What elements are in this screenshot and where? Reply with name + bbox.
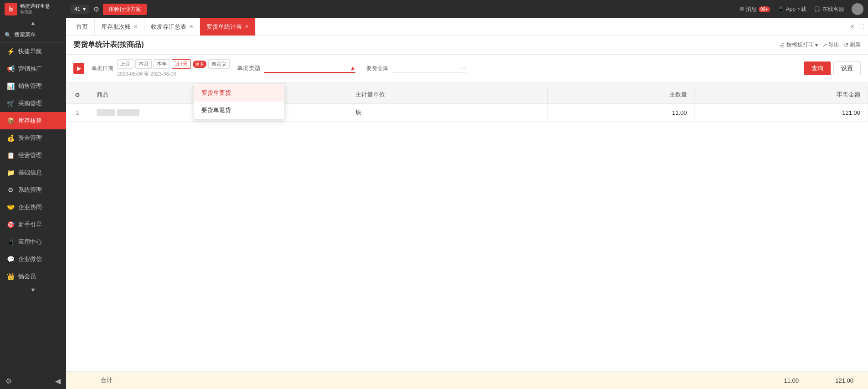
warehouse-more-icon[interactable]: ··· <box>460 65 466 72</box>
print-label: 按模板打印 <box>786 41 814 49</box>
settings-button[interactable]: 设置 <box>833 61 861 75</box>
expand-tabs-icon[interactable]: ⛶ <box>858 23 864 30</box>
messages-button[interactable]: ✉ 消息 99+ <box>740 5 770 13</box>
row-unit: 块 <box>348 104 548 122</box>
message-label: 消息 <box>746 5 757 13</box>
tab-close-inventory-batch[interactable]: ✕ <box>134 24 138 30</box>
sidebar-item-sales[interactable]: 📊 销售管理 <box>0 77 66 95</box>
export-button[interactable]: ↗ 导出 <box>822 41 839 49</box>
sidebar-item-finance[interactable]: 💰 资金管理 <box>0 129 66 147</box>
sidebar-bottom-settings-icon[interactable]: ⚙ <box>5 377 12 385</box>
tab-order-stats[interactable]: 要货单统计表 ✕ <box>200 18 256 36</box>
tab-recv-summary[interactable]: 收发存汇总表 ✕ <box>144 18 200 36</box>
placeholder-block-2 <box>117 109 139 116</box>
app-download-button[interactable]: 📱 App下载 <box>777 5 806 13</box>
date-btn-this-year[interactable]: 本年 <box>154 59 170 69</box>
export-icon: ↗ <box>822 42 827 48</box>
print-button[interactable]: 🖨 按模板打印 ▾ <box>780 41 818 49</box>
type-select-input[interactable] <box>264 65 350 71</box>
sidebar-item-vip[interactable]: 👑 畅会员 <box>0 268 66 285</box>
dropdown-item-return-order[interactable]: 要货单退货 <box>194 102 284 119</box>
sidebar-label-marketing: 营销推广 <box>18 65 42 73</box>
row-quantity: 11.00 <box>548 104 694 122</box>
sidebar-item-wechat[interactable]: 💬 企业微信 <box>0 251 66 268</box>
vip-icon: 👑 <box>6 273 15 280</box>
app-name-block: 畅捷通好生意 标准版 <box>20 3 50 15</box>
table-row: 1 块 11.00 121.00 <box>66 104 868 122</box>
col-quantity: 主数量 <box>548 86 694 104</box>
print-dropdown-icon: ▾ <box>815 42 818 48</box>
sidebar-label-wechat: 企业微信 <box>18 255 42 263</box>
total-amount: 121.00 <box>806 377 861 384</box>
close-all-icon[interactable]: ✕ <box>850 23 855 30</box>
tab-close-order-stats[interactable]: ✕ <box>245 24 249 30</box>
table-header-row: ⚙ 商品 主计量单位 主数量 零售金额 <box>66 86 868 104</box>
tab-inventory-batch[interactable]: 库存批次账 ✕ <box>95 18 144 36</box>
filter-expand-button[interactable]: ▶ <box>73 63 84 74</box>
finance-icon: 💰 <box>6 134 15 142</box>
sidebar-item-guide[interactable]: 🎯 新手引导 <box>0 216 66 233</box>
table-container: ⚙ 商品 主计量单位 主数量 零售金额 1 <box>66 86 868 371</box>
placeholder-block-1 <box>97 109 115 116</box>
sidebar-collapse-icon[interactable]: ◀ <box>55 377 61 385</box>
type-select-arrow-icon[interactable]: ▲ <box>350 65 355 71</box>
row-index: 1 <box>66 104 89 122</box>
date-btn-last-month[interactable]: 上月 <box>117 59 134 69</box>
user-avatar[interactable] <box>852 3 863 15</box>
sidebar-item-inventory[interactable]: 📦 库存核算 <box>0 112 66 129</box>
marketing-icon: 📢 <box>6 65 15 72</box>
sidebar-item-purchase[interactable]: 🛒 采购管理 <box>0 95 66 112</box>
sidebar-item-operations[interactable]: 📋 经营管理 <box>0 147 66 164</box>
page-content: 要货单统计表(按商品) 🖨 按模板打印 ▾ ↗ 导出 ↺ <box>66 36 868 389</box>
sidebar-item-app-center[interactable]: 📱 应用中心 <box>0 233 66 251</box>
date-btn-this-month[interactable]: 本月 <box>135 59 152 69</box>
header-settings-icon[interactable]: ⚙ <box>93 5 99 14</box>
date-range-display: 2023-05-06 至 2023-06-06 <box>117 71 230 77</box>
date-btn-custom[interactable]: 自定义 <box>208 59 230 69</box>
tab-close-recv-summary[interactable]: ✕ <box>189 24 193 30</box>
dropdown-item-purchase-order[interactable]: 要货单要货 <box>194 84 284 102</box>
sidebar-scroll-down[interactable]: ▼ <box>0 285 66 294</box>
industry-plan-button[interactable]: 体验行业方案 <box>103 4 147 15</box>
refresh-icon: ↺ <box>844 42 848 48</box>
tabs-bar: 首页 库存批次账 ✕ 收发存汇总表 ✕ 要货单统计表 ✕ ✕ ⛶ <box>66 18 868 36</box>
sidebar-item-base-info[interactable]: 📁 基础信息 <box>0 164 66 181</box>
sidebar-item-marketing[interactable]: 📢 营销推广 <box>0 60 66 77</box>
type-select-box[interactable]: ▲ <box>264 64 355 73</box>
operations-icon: 📋 <box>6 152 15 159</box>
sidebar-item-system[interactable]: ⚙ 系统管理 <box>0 181 66 199</box>
purchase-icon: 🛒 <box>6 100 15 107</box>
warehouse-input[interactable] <box>392 65 460 72</box>
guide-icon: 🎯 <box>6 221 15 228</box>
page-title-row: 要货单统计表(按商品) 🖨 按模板打印 ▾ ↗ 导出 ↺ <box>73 40 861 50</box>
app-center-icon: 📱 <box>6 238 15 246</box>
tab-home[interactable]: 首页 <box>70 18 95 36</box>
store-selector[interactable]: 41 ▾ <box>71 5 89 14</box>
col-settings[interactable]: ⚙ <box>66 86 89 104</box>
app-download-label: App下载 <box>786 5 806 13</box>
sidebar-label-quick-nav: 快捷导航 <box>18 47 42 56</box>
sidebar-label-purchase: 采购管理 <box>18 99 42 107</box>
sidebar-search-item[interactable]: 🔍 搜索菜单 <box>0 27 66 43</box>
online-service-button[interactable]: 🎧 在线客服 <box>814 5 844 13</box>
sidebar-item-quick-nav[interactable]: ⚡ 快捷导航 <box>0 43 66 60</box>
sidebar-label-base-info: 基础信息 <box>18 169 42 177</box>
query-button[interactable]: 查询 <box>804 61 831 75</box>
sidebar-scroll-up[interactable]: ▲ <box>0 18 66 27</box>
logo-area: b 畅捷通好生意 标准版 <box>5 3 71 15</box>
sidebar-label-vip: 畅会员 <box>18 272 36 281</box>
search-icon: 🔍 <box>5 32 11 38</box>
refresh-button[interactable]: ↺ 刷新 <box>844 41 861 49</box>
type-dropdown: 要货单要货 要货单退货 <box>194 84 285 119</box>
print-icon: 🖨 <box>780 42 785 48</box>
date-btn-7days[interactable]: 近7天 <box>172 59 191 69</box>
sidebar-item-enterprise[interactable]: 🤝 企业协同 <box>0 199 66 216</box>
sidebar-label-sales: 销售管理 <box>18 82 42 90</box>
warehouse-filter-group: 要货仓库 ··· <box>366 65 466 72</box>
page-header: 要货单统计表(按商品) 🖨 按模板打印 ▾ ↗ 导出 ↺ <box>66 36 868 55</box>
warehouse-input-area: ··· <box>392 65 466 72</box>
more-date-badge[interactable]: 更多 <box>193 61 206 68</box>
date-filter-group: 单据日期 上月 本月 本年 近7天 更多 自定义 2023-05-06 至 20… <box>92 59 230 77</box>
date-range-buttons: 上月 本月 本年 近7天 更多 自定义 <box>117 59 230 69</box>
store-number: 41 <box>74 6 80 12</box>
